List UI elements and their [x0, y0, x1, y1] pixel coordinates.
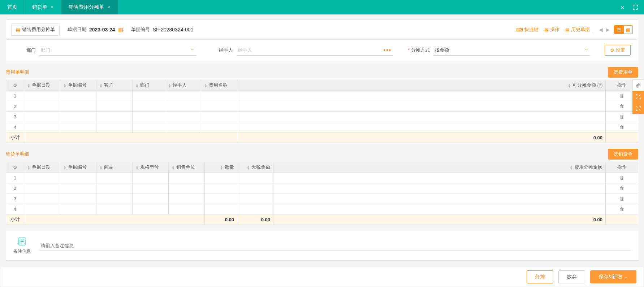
chevron-down-icon: ﹀: [190, 47, 195, 53]
tab-sales-order-label: 销货单: [32, 4, 47, 10]
table-row: 4🗑: [6, 204, 638, 214]
form-fields: 部门 部门 ﹀ 经手人 经手人 ••• *分摊方式 按金额 ﹀ ⚙设置: [6, 40, 638, 61]
delete-icon[interactable]: 🗑: [619, 175, 624, 181]
fullscreen-icon[interactable]: [630, 1, 641, 13]
view-grid-button[interactable]: ▦: [623, 25, 633, 34]
date-label: 单据日期: [68, 26, 86, 33]
col-qty[interactable]: ▲▼数量: [205, 162, 237, 173]
expand-icon[interactable]: [632, 91, 644, 103]
dept-placeholder: 部门: [41, 47, 50, 53]
document-icon: ▤: [16, 27, 20, 32]
method-select[interactable]: 按金额 ﹀: [433, 45, 590, 56]
dept-select[interactable]: 部门 ﹀: [39, 45, 196, 56]
sales-table: ⚙ ▲▼单据日期 ▲▼单据编号 ▲▼商品 ▲▼规格型号 ▲▼销售单位 ▲▼数量 …: [6, 162, 638, 225]
delete-icon[interactable]: 🗑: [619, 93, 624, 99]
docno-value: SF-20230324-001: [153, 27, 194, 32]
menu-icon: ▤: [544, 27, 549, 32]
table-row: 1🗑: [6, 91, 638, 101]
settings-button[interactable]: ⚙设置: [605, 45, 631, 56]
remark-input[interactable]: [39, 241, 631, 251]
fee-table: ⚙ ▲▼单据日期 ▲▼单据编号 ▲▼客户 ▲▼部门 ▲▼经手人 ▲▼费用名称 ▲…: [6, 80, 638, 143]
col-docno[interactable]: ▲▼单据编号: [60, 80, 96, 91]
tab-home-label: 首页: [7, 4, 17, 10]
history-button[interactable]: ▤历史单据: [562, 26, 593, 33]
delete-icon[interactable]: 🗑: [619, 125, 624, 130]
fee-section-title: 费用单明细: [6, 69, 29, 75]
col-operation: 操作: [606, 162, 638, 173]
delete-icon[interactable]: 🗑: [619, 196, 624, 201]
keyboard-icon: ⌨: [516, 27, 523, 32]
delete-icon[interactable]: 🗑: [619, 104, 624, 109]
chevron-down-icon: ﹀: [584, 47, 589, 53]
docno-label: 单据编号: [131, 26, 150, 33]
select-sales-button[interactable]: 选销货单: [608, 149, 638, 160]
help-icon[interactable]: ?: [597, 83, 602, 88]
method-label: *分摊方式: [407, 47, 430, 53]
form-header: ▤ 销售费用分摊单 单据日期 2023-03-24 ▦ 单据编号 SF-2023…: [6, 19, 638, 40]
select-fee-button[interactable]: 选费用单: [608, 67, 638, 78]
calendar-icon[interactable]: ▦: [118, 26, 123, 33]
table-row: 2🗑: [6, 183, 638, 193]
col-customer[interactable]: ▲▼客户: [96, 80, 133, 91]
col-date[interactable]: ▲▼单据日期: [24, 162, 60, 173]
col-spec[interactable]: ▲▼规格型号: [133, 162, 169, 173]
dept-label: 部门: [13, 47, 36, 53]
col-notax[interactable]: ▲▼无税金额: [237, 162, 273, 173]
col-dept[interactable]: ▲▼部门: [133, 80, 165, 91]
save-new-button[interactable]: 保存&新增︿: [590, 270, 636, 283]
chevron-up-icon: ︿: [624, 274, 628, 280]
col-product[interactable]: ▲▼商品: [96, 162, 133, 173]
operation-button[interactable]: ▤操作: [541, 26, 562, 33]
tab-sales-order[interactable]: 销货单✕: [25, 0, 61, 14]
view-list-button[interactable]: ☰: [614, 25, 623, 34]
delete-icon[interactable]: 🗑: [619, 186, 624, 191]
remark-label: 备注信息: [13, 248, 31, 255]
handler-placeholder: 经手人: [238, 47, 252, 53]
handler-select[interactable]: 经手人 •••: [237, 45, 393, 56]
col-date[interactable]: ▲▼单据日期: [24, 80, 60, 91]
table-row: 2🗑: [6, 101, 638, 112]
subtotal-row: 小计0.00: [6, 132, 638, 143]
col-unit[interactable]: ▲▼销售单位: [169, 162, 205, 173]
discard-button[interactable]: 放弃: [558, 270, 585, 283]
handler-label: 经手人: [211, 47, 233, 53]
history-icon: ▤: [565, 27, 570, 32]
next-record-button[interactable]: ▶: [604, 27, 611, 32]
gear-column[interactable]: ⚙: [6, 162, 24, 173]
remark-box: 备注信息: [6, 231, 638, 261]
more-icon: •••: [384, 47, 392, 53]
close-page-button[interactable]: ✕: [617, 1, 628, 13]
gear-column[interactable]: ⚙: [6, 80, 24, 91]
gear-icon: ⚙: [610, 48, 614, 53]
tab-allocation-label: 销售费用分摊单: [69, 4, 104, 10]
col-feename[interactable]: ▲▼费用名称: [201, 80, 237, 91]
date-value[interactable]: 2023-03-24: [89, 27, 115, 32]
top-tab-bar: 首页 销货单✕ 销售费用分摊单✕ ✕: [0, 0, 644, 14]
col-feealloc[interactable]: ▲▼费用分摊金额: [273, 162, 606, 173]
table-row: 1🗑: [6, 173, 638, 183]
expand-alt-icon[interactable]: [632, 103, 644, 114]
close-icon[interactable]: ✕: [107, 5, 111, 10]
col-docno[interactable]: ▲▼单据编号: [60, 162, 96, 173]
attachment-icon[interactable]: [632, 79, 644, 91]
form-name-tab: ▤ 销售费用分摊单: [11, 23, 60, 36]
subtotal-row: 小计0.000.000.00: [6, 214, 638, 225]
tab-home[interactable]: 首页: [0, 0, 25, 14]
prev-record-button[interactable]: ◀: [597, 27, 604, 32]
table-row: 3🗑: [6, 193, 638, 204]
sales-section-title: 销货单明细: [6, 151, 29, 157]
tab-allocation[interactable]: 销售费用分摊单✕: [61, 0, 118, 14]
shortcut-button[interactable]: ⌨快捷键: [513, 26, 541, 33]
table-row: 3🗑: [6, 112, 638, 122]
col-handler[interactable]: ▲▼经手人: [165, 80, 201, 91]
side-toolbar: [632, 79, 644, 114]
col-allocatable[interactable]: ▲▼可分摊金额?: [237, 80, 606, 91]
allocate-button[interactable]: 分摊: [527, 270, 553, 283]
note-icon: [17, 237, 27, 246]
method-value: 按金额: [435, 47, 449, 53]
form-name: 销售费用分摊单: [22, 26, 55, 33]
delete-icon[interactable]: 🗑: [619, 206, 624, 212]
delete-icon[interactable]: 🗑: [619, 114, 624, 119]
close-icon[interactable]: ✕: [50, 5, 54, 10]
footer-bar: 分摊 放弃 保存&新增︿: [0, 267, 644, 287]
